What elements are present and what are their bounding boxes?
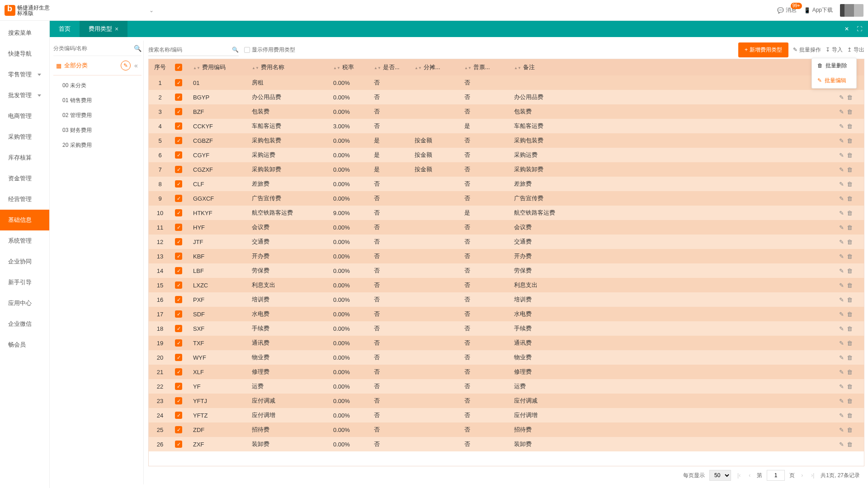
delete-row-button[interactable]: 🗑 [847,166,853,173]
delete-row-button[interactable]: 🗑 [847,152,853,159]
edit-row-button[interactable]: ✎ [839,296,844,303]
delete-row-button[interactable]: 🗑 [847,398,853,404]
cell-check[interactable]: ✓ [171,263,189,278]
nav-item[interactable]: 零售管理 [0,64,49,85]
page-size-select[interactable]: 50 [709,470,731,481]
col-code[interactable]: ▲▼费用编码 [189,59,248,75]
cell-check[interactable]: ✓ [171,235,189,249]
edit-row-button[interactable]: ✎ [839,441,844,448]
cell-check[interactable]: ✓ [171,148,189,162]
page-input[interactable] [767,470,785,481]
edit-row-button[interactable]: ✎ [839,340,844,347]
close-all-button[interactable]: ✕ [841,23,853,35]
cell-check[interactable]: ✓ [171,437,189,451]
nav-item[interactable]: 电商管理 [0,106,49,127]
table-row[interactable]: 12✓JTF交通费0.00%否否交通费✎🗑 [149,235,864,249]
category-item[interactable]: 01 销售费用 [53,93,142,108]
col-ticket[interactable]: ▲▼普票... [461,59,510,75]
add-button[interactable]: +新增费用类型 [738,42,788,57]
avatar[interactable] [840,4,863,17]
edit-category-button[interactable]: ✎ [121,61,131,70]
cell-check[interactable]: ✓ [171,408,189,422]
cell-check[interactable]: ✓ [171,206,189,220]
edit-row-button[interactable]: ✎ [839,311,844,318]
nav-item[interactable]: 系统管理 [0,230,49,251]
bulk-button[interactable]: ✎批量操作 [793,46,821,54]
next-page-button[interactable]: › [799,472,805,479]
edit-row-button[interactable]: ✎ [839,123,844,130]
cell-check[interactable]: ✓ [171,249,189,263]
nav-item[interactable]: 应用中心 [0,293,49,314]
app-download-button[interactable]: 📱 App下载 [804,6,833,14]
cell-check[interactable]: ✓ [171,177,189,191]
cell-check[interactable]: ✓ [171,307,189,321]
table-row[interactable]: 25✓ZDF招待费0.00%否否招待费✎🗑 [149,422,864,437]
nav-item[interactable]: 新手引导 [0,272,49,293]
delete-row-button[interactable]: 🗑 [847,296,853,303]
edit-row-button[interactable]: ✎ [839,398,844,404]
delete-row-button[interactable]: 🗑 [847,210,853,216]
last-page-button[interactable]: ›| [809,472,816,479]
edit-row-button[interactable]: ✎ [839,239,844,245]
delete-row-button[interactable]: 🗑 [847,181,853,188]
table-row[interactable]: 15✓LXZC利息支出0.00%否否利息支出✎🗑 [149,278,864,292]
cell-check[interactable]: ✓ [171,379,189,394]
search-icon[interactable]: 🔍 [134,45,142,52]
delete-row-button[interactable]: 🗑 [847,427,853,433]
cell-check[interactable]: ✓ [171,75,189,90]
cell-check[interactable]: ✓ [171,278,189,292]
edit-row-button[interactable]: ✎ [839,94,844,101]
tab-fee-type[interactable]: 费用类型 × [80,21,127,37]
cell-check[interactable]: ✓ [171,365,189,379]
messages-button[interactable]: 💬 消息 99+ [777,6,797,14]
edit-row-button[interactable]: ✎ [839,152,844,159]
edit-row-button[interactable]: ✎ [839,253,844,260]
nav-item[interactable]: 经营管理 [0,189,49,210]
table-row[interactable]: 16✓PXF培训费0.00%否否培训费✎🗑 [149,292,864,307]
category-item[interactable]: 03 财务费用 [53,123,142,138]
delete-row-button[interactable]: 🗑 [847,311,853,318]
delete-row-button[interactable]: 🗑 [847,253,853,260]
cell-check[interactable]: ✓ [171,133,189,148]
nav-item[interactable]: 采购管理 [0,127,49,147]
table-row[interactable]: 6✓CGYF采购运费0.00%是按金额否采购运费✎🗑 [149,148,864,162]
edit-row-button[interactable]: ✎ [839,181,844,188]
delete-row-button[interactable]: 🗑 [847,282,853,289]
table-row[interactable]: 13✓KBF开办费0.00%否否开办费✎🗑 [149,249,864,263]
delete-row-button[interactable]: 🗑 [847,224,853,231]
delete-row-button[interactable]: 🗑 [847,239,853,245]
cell-check[interactable]: ✓ [171,321,189,336]
table-row[interactable]: 14✓LBF劳保费0.00%否否劳保费✎🗑 [149,263,864,278]
table-row[interactable]: 3✓BZF包装费0.00%否否包装费✎🗑 [149,104,864,119]
col-rate[interactable]: ▲▼税率 [330,59,370,75]
col-alloc[interactable]: ▲▼分摊... [411,59,461,75]
cell-check[interactable]: ✓ [171,350,189,365]
edit-row-button[interactable]: ✎ [839,137,844,144]
edit-row-button[interactable]: ✎ [839,369,844,375]
delete-row-button[interactable]: 🗑 [847,412,853,419]
edit-row-button[interactable]: ✎ [839,166,844,173]
table-row[interactable]: 10✓HTKYF航空铁路客运费9.00%否是航空铁路客运费✎🗑 [149,206,864,220]
table-row[interactable]: 17✓SDF水电费0.00%否否水电费✎🗑 [149,307,864,321]
cell-check[interactable]: ✓ [171,90,189,104]
table-row[interactable]: 23✓YFTJ应付调减0.00%否否应付调减✎🗑 [149,394,864,408]
search-icon[interactable]: 🔍 [232,47,239,53]
all-categories[interactable]: ▦ 全部分类 [56,61,88,70]
cell-check[interactable]: ✓ [171,292,189,307]
nav-item[interactable]: 企业微信 [0,314,49,334]
edit-row-button[interactable]: ✎ [839,383,844,390]
company-selector[interactable]: ⌄ [54,0,154,20]
tab-home[interactable]: 首页 [50,21,80,37]
cell-check[interactable]: ✓ [171,422,189,437]
table-row[interactable]: 1✓01房租0.00%否否✎🗑 [149,75,864,90]
delete-row-button[interactable]: 🗑 [847,267,853,274]
table-row[interactable]: 4✓CCKYF车船客运费3.00%否是车船客运费✎🗑 [149,119,864,133]
delete-row-button[interactable]: 🗑 [847,325,853,332]
nav-item[interactable]: 库存核算 [0,147,49,168]
edit-row-button[interactable]: ✎ [839,195,844,202]
col-seq[interactable]: 序号 [149,59,171,75]
bulk-delete-item[interactable]: 🗑批量删除 [812,58,856,73]
edit-row-button[interactable]: ✎ [839,427,844,433]
delete-row-button[interactable]: 🗑 [847,94,853,101]
edit-row-button[interactable]: ✎ [839,224,844,231]
